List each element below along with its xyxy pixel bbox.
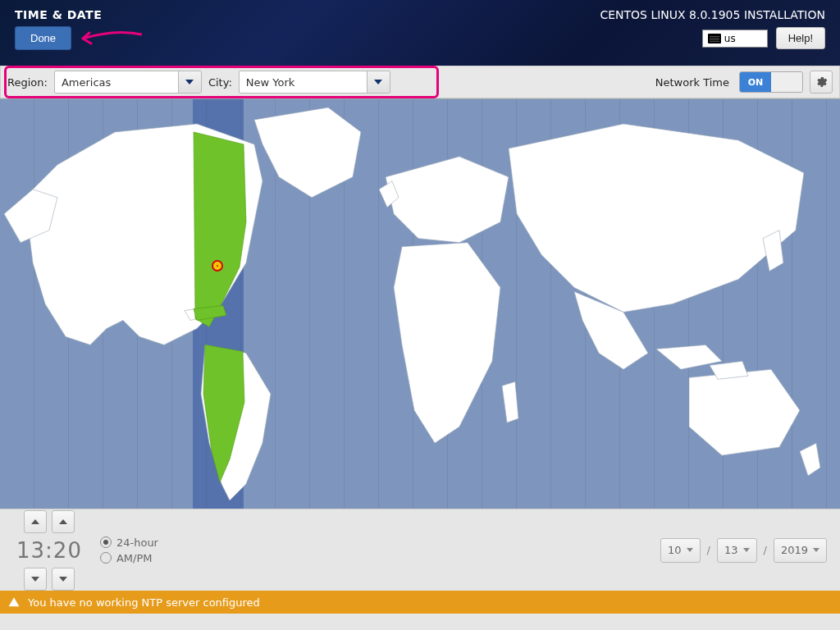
format-24hour-radio[interactable]: 24-hour bbox=[100, 536, 158, 549]
radio-icon bbox=[100, 536, 112, 548]
month-value: 10 bbox=[668, 544, 682, 556]
region-dropdown-button[interactable] bbox=[178, 71, 201, 93]
region-city-toolbar: Region: Americas City: New York Network … bbox=[0, 66, 840, 98]
day-combo[interactable]: 13 bbox=[717, 538, 757, 563]
city-dropdown-button[interactable] bbox=[367, 71, 390, 93]
help-button[interactable]: Help! bbox=[776, 27, 825, 49]
format-24hour-label: 24-hour bbox=[116, 536, 158, 549]
region-value: Americas bbox=[55, 76, 178, 89]
city-combo[interactable]: New York bbox=[239, 71, 390, 94]
minute-down-button[interactable] bbox=[52, 568, 75, 591]
chevron-down-icon bbox=[59, 577, 67, 582]
chevron-up-icon bbox=[31, 519, 39, 524]
day-value: 13 bbox=[724, 544, 738, 556]
year-combo[interactable]: 2019 bbox=[774, 538, 827, 563]
chevron-down-icon bbox=[743, 548, 750, 552]
region-label: Region: bbox=[7, 76, 48, 89]
annotation-arrow bbox=[78, 30, 144, 47]
month-combo[interactable]: 10 bbox=[660, 538, 701, 563]
chevron-down-icon bbox=[374, 80, 382, 84]
chevron-down-icon bbox=[31, 577, 39, 582]
toggle-on-label: ON bbox=[740, 72, 771, 92]
chevron-up-icon bbox=[59, 519, 67, 524]
keyboard-layout-label: us bbox=[724, 33, 736, 44]
network-time-toggle[interactable]: ON bbox=[739, 71, 803, 93]
hour-down-button[interactable] bbox=[24, 568, 47, 591]
minute-up-button[interactable] bbox=[52, 510, 75, 533]
city-label: City: bbox=[208, 76, 232, 89]
year-value: 2019 bbox=[781, 544, 808, 556]
radio-icon bbox=[100, 552, 112, 564]
chevron-down-icon bbox=[687, 548, 693, 552]
gear-icon bbox=[815, 75, 828, 89]
time-format-group: 24-hour AM/PM bbox=[100, 536, 158, 564]
hour-value: 13 bbox=[16, 538, 45, 563]
timezone-map[interactable] bbox=[0, 98, 840, 509]
keyboard-indicator[interactable]: us bbox=[702, 30, 768, 48]
format-ampm-radio[interactable]: AM/PM bbox=[100, 552, 158, 564]
toggle-off-half bbox=[771, 72, 802, 92]
warning-icon bbox=[8, 596, 20, 608]
location-pin-icon bbox=[212, 260, 223, 272]
time-display: 13:20 bbox=[13, 536, 85, 564]
keyboard-icon bbox=[708, 34, 721, 43]
world-map-svg bbox=[0, 99, 840, 509]
time-date-panel: 13:20 24-hour AM/PM 10 / 13 / 2019 bbox=[0, 509, 840, 591]
chevron-down-icon bbox=[813, 548, 819, 552]
minute-value: 20 bbox=[53, 538, 82, 563]
region-combo[interactable]: Americas bbox=[54, 71, 202, 94]
network-time-settings-button[interactable] bbox=[810, 71, 833, 94]
status-bar: You have no working NTP server configure… bbox=[0, 591, 840, 614]
format-ampm-label: AM/PM bbox=[116, 552, 153, 564]
installer-title: CENTOS LINUX 8.0.1905 INSTALLATION bbox=[600, 8, 825, 21]
done-button[interactable]: Done bbox=[15, 26, 71, 50]
date-sep: / bbox=[707, 544, 710, 556]
hour-up-button[interactable] bbox=[24, 510, 47, 533]
status-message: You have no working NTP server configure… bbox=[28, 596, 260, 609]
page-title: TIME & DATE bbox=[15, 8, 102, 21]
network-time-label: Network Time bbox=[655, 76, 729, 89]
header-bar: TIME & DATE CENTOS LINUX 8.0.1905 INSTAL… bbox=[0, 0, 840, 66]
chevron-down-icon bbox=[185, 80, 194, 84]
city-value: New York bbox=[240, 76, 367, 89]
date-sep: / bbox=[764, 544, 767, 556]
